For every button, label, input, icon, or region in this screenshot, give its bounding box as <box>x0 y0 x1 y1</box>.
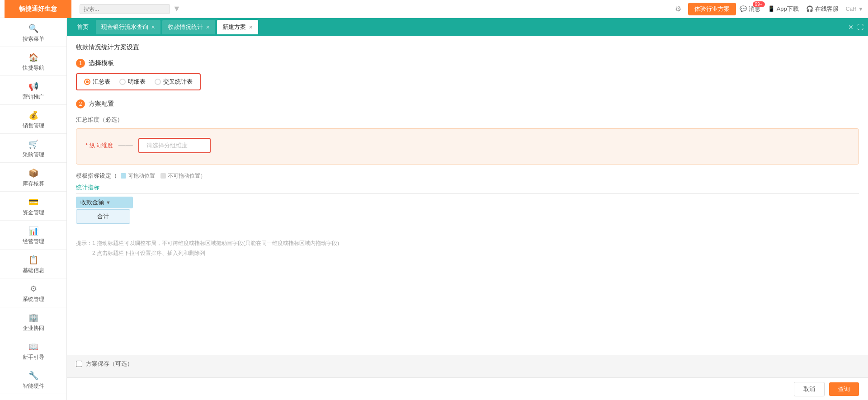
tab-newplan-close[interactable]: ✕ <box>249 24 253 30</box>
service-label: 在线客服 <box>815 5 839 13</box>
step2-section: 2 方案配置 汇总维度（必选） * 纵向维度 —— 请选择分组维度 <box>76 99 859 258</box>
gear-icon[interactable]: ⚙ <box>672 3 684 15</box>
indicator-legend: 可拖动位置 不可拖动位置） <box>121 172 206 180</box>
sidebar-item-search[interactable]: 🔍 搜索菜单 <box>0 18 66 47</box>
tip2-text: 2.点击标题栏下拉可设置排序、插入列和删除列 <box>92 250 205 256</box>
radio-detail[interactable]: 明细表 <box>119 78 146 86</box>
user-avatar[interactable]: CaR ▼ <box>846 6 863 12</box>
sidebar-item-sales[interactable]: 💰 销售管理 <box>0 105 66 134</box>
sidebar-label-guide: 新手引导 <box>23 353 44 361</box>
sidebar-item-management[interactable]: 📊 经营管理 <box>0 221 66 249</box>
notification-button[interactable]: 💬 消息 99+ <box>740 5 760 13</box>
base-icon: 📋 <box>28 255 38 265</box>
dimension-area: * 纵向维度 —— 请选择分组维度 <box>76 128 859 165</box>
sidebar-item-inventory[interactable]: 📦 库存核算 <box>0 163 66 192</box>
sidebar-item-enterprise[interactable]: 🏢 企业协同 <box>0 307 66 336</box>
header-right: 💬 消息 99+ 📱 App下载 🎧 在线客服 CaR ▼ <box>740 5 863 13</box>
dimension-config: 汇总维度（必选） * 纵向维度 —— 请选择分组维度 <box>76 116 859 165</box>
tip1: 提示：1.拖动标题栏可以调整布局，不可跨维度或指标区域拖动目字段(只能在同一维度… <box>76 239 859 249</box>
service-icon: 🎧 <box>806 5 813 12</box>
dimension-selector[interactable]: 请选择分组维度 <box>138 138 211 153</box>
vertical-dimension-label: * 纵向维度 <box>85 141 113 150</box>
sidebar-item-system[interactable]: ⚙ 系统管理 <box>0 278 66 307</box>
sidebar-label-finance: 资金管理 <box>23 209 44 216</box>
sidebar-item-guide[interactable]: 📖 新手引导 <box>0 336 66 365</box>
tab-home[interactable]: 首页 <box>71 20 94 34</box>
download-icon: 📱 <box>768 5 775 12</box>
radio-cross-circle <box>155 79 161 85</box>
service-button[interactable]: 🎧 在线客服 <box>806 5 839 13</box>
tab-bar-right: ✕ ⛶ <box>848 24 863 31</box>
page-inner: 收款情况统计方案设置 1 选择模板 汇总表 明细表 <box>67 36 868 355</box>
dropdown-icon: ▼ <box>106 200 111 205</box>
sidebar-item-purchase[interactable]: 🛒 采购管理 <box>0 134 66 163</box>
indicator-table: 统计指标 收款金额 ▼ 合计 <box>76 184 859 224</box>
radio-summary-circle <box>84 79 90 85</box>
tab-newplan[interactable]: 新建方案 ✕ <box>217 20 258 34</box>
sidebar-label-enterprise: 企业协同 <box>23 325 44 332</box>
dimension-row: * 纵向维度 —— 请选择分组维度 <box>85 138 849 153</box>
step1-header: 1 选择模板 <box>76 59 859 68</box>
tab-cashflow-close[interactable]: ✕ <box>151 24 155 30</box>
management-icon: 📊 <box>28 226 38 236</box>
sidebar-label-system: 系统管理 <box>23 296 44 303</box>
legend-fixed: 不可拖动位置） <box>160 172 206 180</box>
indicator-settings-header: 模板指标设定（ 可拖动位置 不可拖动位置） <box>76 172 859 180</box>
step2-number: 2 <box>76 99 85 108</box>
radio-summary[interactable]: 汇总表 <box>84 78 110 86</box>
sidebar-label-sales: 销售管理 <box>23 122 44 130</box>
tab-receipt-close[interactable]: ✕ <box>206 24 210 30</box>
indicator-label-prefix: 模板指标设定（ <box>76 172 117 180</box>
system-icon: ⚙ <box>30 284 37 294</box>
save-plan-label: 方案保存（可选） <box>86 360 133 368</box>
sidebar-item-wechat[interactable]: 💬 企业微信 <box>0 394 66 400</box>
indicator-tag-amount[interactable]: 收款金额 ▼ <box>76 197 133 208</box>
stat-indicator-label: 统计指标 <box>76 184 859 194</box>
step2-title: 方案配置 <box>89 100 114 108</box>
sidebar-label-management: 经营管理 <box>23 238 44 245</box>
hardware-icon: 🔧 <box>28 371 38 381</box>
header-search-area: ▼ <box>80 4 668 14</box>
radio-cross[interactable]: 交叉统计表 <box>155 78 193 86</box>
page-footer: 方案保存（可选） <box>67 355 868 372</box>
sidebar-label-purchase: 采购管理 <box>23 151 44 159</box>
query-button[interactable]: 查询 <box>829 382 859 396</box>
logo-text: 畅捷通好生意 <box>19 5 57 13</box>
sidebar-item-hardware[interactable]: 🔧 智能硬件 <box>0 365 66 394</box>
finance-icon: 💳 <box>28 197 38 207</box>
tips-section: 提示：1.拖动标题栏可以调整布局，不可跨维度或指标区域拖动目字段(只能在同一维度… <box>76 233 859 258</box>
radio-detail-circle <box>119 79 126 85</box>
indicator-settings: 模板指标设定（ 可拖动位置 不可拖动位置） <box>76 172 859 224</box>
sidebar-label-marketing: 营销推广 <box>23 93 44 101</box>
legend-draggable: 可拖动位置 <box>121 172 155 180</box>
tab-cashflow[interactable]: 现金银行流水查询 ✕ <box>96 20 160 34</box>
step1-section: 1 选择模板 汇总表 明细表 <box>76 59 859 90</box>
legend-draggable-dot <box>121 173 126 179</box>
sidebar-item-home[interactable]: 🏠 快捷导航 <box>0 47 66 76</box>
sidebar-item-base[interactable]: 📋 基础信息 <box>0 249 66 278</box>
sidebar-item-marketing[interactable]: 📢 营销推广 <box>0 76 66 105</box>
save-plan-checkbox[interactable] <box>76 361 82 367</box>
guide-icon: 📖 <box>28 342 38 352</box>
page-content: 收款情况统计方案设置 1 选择模板 汇总表 明细表 <box>67 36 868 377</box>
close-window-icon[interactable]: ✕ <box>848 24 854 31</box>
page-title: 收款情况统计方案设置 <box>76 43 859 52</box>
step1-number: 1 <box>76 59 85 68</box>
expand-window-icon[interactable]: ⛶ <box>857 24 863 31</box>
download-label: App下载 <box>777 5 799 13</box>
legend-draggable-label: 可拖动位置 <box>128 172 155 180</box>
step2-header: 2 方案配置 <box>76 99 859 108</box>
search-input[interactable] <box>80 4 170 14</box>
tip1-text: 1.拖动标题栏可以调整布局，不可跨维度或指标区域拖动目字段(只能在同一维度或指标… <box>92 240 339 246</box>
download-button[interactable]: 📱 App下载 <box>768 5 799 13</box>
cancel-button[interactable]: 取消 <box>794 382 825 396</box>
logo: 畅捷通好生意 <box>5 0 71 18</box>
sidebar-item-finance[interactable]: 💳 资金管理 <box>0 192 66 221</box>
tab-receipt[interactable]: 收款情况统计 ✕ <box>162 20 215 34</box>
message-icon: 💬 <box>740 5 747 12</box>
sidebar: 🔍 搜索菜单 🏠 快捷导航 📢 营销推广 💰 销售管理 🛒 采购管理 📦 库存核… <box>0 18 67 400</box>
step1-title: 选择模板 <box>89 59 114 67</box>
sidebar-label-inventory: 库存核算 <box>23 180 44 188</box>
trial-button[interactable]: 体验行业方案 <box>688 3 736 15</box>
notification-badge: 99+ <box>753 1 765 7</box>
